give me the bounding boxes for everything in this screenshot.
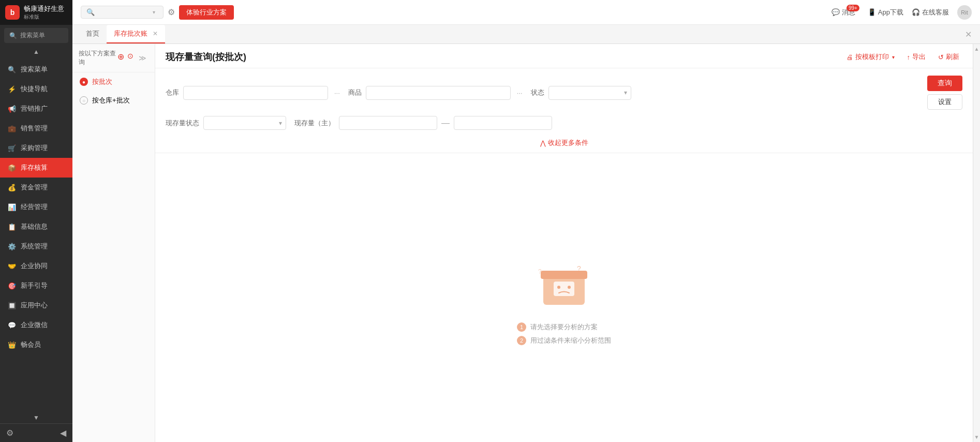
print-dropdown-arrow[interactable]: ▾ <box>892 54 895 60</box>
sidebar-search[interactable]: 🔍 搜索菜单 <box>4 28 68 43</box>
dropdown-arrow-icon: ▾ <box>153 9 155 15</box>
left-panel-actions: ⊕ ⊙ ≫ <box>117 52 149 64</box>
tabbar: 首页 库存批次账 ✕ ✕ <box>72 25 980 44</box>
corp-wechat-icon: 💬 <box>7 320 17 330</box>
sidebar-item-inventory[interactable]: 📦 库存核算 <box>0 158 72 178</box>
query-btn[interactable]: 查询 <box>927 76 962 91</box>
topbar-search-icon: 🔍 <box>86 8 95 16</box>
tab-inventory-batch[interactable]: 库存批次账 ✕ <box>107 25 165 43</box>
scroll-down-btn[interactable]: ▼ <box>0 412 72 423</box>
system-icon: ⚙️ <box>7 242 17 251</box>
basic-info-icon: 📋 <box>7 222 17 231</box>
operations-icon: 📊 <box>7 202 17 212</box>
sidebar-item-new-guide[interactable]: 🎯 新手引导 <box>0 276 72 296</box>
svg-text:?: ? <box>538 268 542 275</box>
sidebar-item-app-center[interactable]: 🔲 应用中心 <box>0 296 72 315</box>
close-page-btn[interactable]: ✕ <box>965 30 972 39</box>
sidebar-item-purchase[interactable]: 🛒 采购管理 <box>0 138 72 158</box>
scroll-up-arrow[interactable]: ▲ <box>972 44 980 54</box>
settings-gear-icon[interactable]: ⚙ <box>168 7 175 17</box>
filter-warehouse: 仓库 ··· <box>166 86 340 100</box>
stock-status-select-wrapper <box>203 116 286 130</box>
status-select[interactable] <box>548 86 631 100</box>
experience-industry-btn[interactable]: 体验行业方案 <box>179 5 234 20</box>
filter-stock-status: 现存量状态 <box>166 116 286 130</box>
product-input[interactable] <box>366 86 511 100</box>
quick-nav-icon: ⚡ <box>7 84 17 94</box>
stock-amount-min-input[interactable] <box>339 116 437 130</box>
messages-btn[interactable]: 💬 消息 99+ <box>831 8 855 17</box>
sidebar-item-search[interactable]: 🔍 搜索菜单 <box>0 60 72 79</box>
user-avatar-btn[interactable]: Rit <box>957 5 972 20</box>
sales-icon: 💼 <box>7 124 17 133</box>
app-download-btn[interactable]: 📱 App下载 <box>868 8 903 17</box>
topbar: 🔍 ▾ ⚙ 体验行业方案 💬 消息 99+ 📱 App下载 🎧 在线客服 <box>72 0 980 25</box>
filter-product: 商品 ··· <box>348 86 523 100</box>
settings-btn[interactable]: 设置 <box>927 94 962 110</box>
tab-home[interactable]: 首页 <box>79 25 107 43</box>
add-scheme-btn[interactable]: ⊕ <box>117 52 124 64</box>
topbar-search-box[interactable]: 🔍 ▾ <box>81 6 164 19</box>
page-header-actions: 🖨 按模板打印 ▾ ↑ 导出 ↺ 刷新 <box>843 50 963 64</box>
product-more-btn[interactable]: ··· <box>517 89 523 97</box>
collapse-left-panel-btn[interactable]: ≫ <box>137 52 149 64</box>
scheme-item-batch[interactable]: ● 按批次 <box>72 72 155 91</box>
filter-row-1: 仓库 ··· 商品 ··· 状态 <box>166 76 962 110</box>
sidebar-item-member[interactable]: 👑 畅会员 <box>0 335 72 355</box>
sidebar-item-sales[interactable]: 💼 销售管理 <box>0 119 72 138</box>
tab-close-btn[interactable]: ✕ <box>153 30 158 37</box>
refresh-btn[interactable]: ↺ 刷新 <box>935 50 962 64</box>
topbar-left: 🔍 ▾ ⚙ 体验行业方案 <box>81 5 826 20</box>
enterprise-icon: 🤝 <box>7 261 17 271</box>
user-avatar: Rit <box>957 5 972 20</box>
filter-row-2: 现存量状态 现存量（主） — <box>166 116 962 130</box>
main-area: 🔍 ▾ ⚙ 体验行业方案 💬 消息 99+ 📱 App下载 🎧 在线客服 <box>72 0 980 442</box>
warehouse-input[interactable] <box>183 86 328 100</box>
sidebar-item-marketing[interactable]: 📢 营销推广 <box>0 99 72 119</box>
app-brand: 畅康通好生意 标准版 <box>24 4 64 21</box>
stock-status-select[interactable] <box>203 116 286 130</box>
page-title: 现存量查询(按批次) <box>166 51 246 63</box>
message-icon: 💬 <box>831 8 840 16</box>
scheme-active-dot: ● <box>80 78 88 86</box>
svg-rect-2 <box>554 282 574 296</box>
sidebar-item-quick-nav[interactable]: ⚡ 快捷导航 <box>0 79 72 99</box>
filter-stock-amount: 现存量（主） — <box>294 116 552 130</box>
sidebar-item-operations[interactable]: 📊 经营管理 <box>0 197 72 217</box>
sidebar-nav: 🔍 搜索菜单 ⚡ 快捷导航 📢 营销推广 💼 销售管理 🛒 采购管理 📦 库存核… <box>0 57 72 412</box>
scroll-up-btn[interactable]: ▲ <box>0 46 72 57</box>
svg-point-4 <box>568 286 571 289</box>
scheme-item-warehouse-batch[interactable]: ○ 按仓库+批次 <box>72 91 155 110</box>
purchase-icon: 🛒 <box>7 143 17 153</box>
online-service-btn[interactable]: 🎧 在线客服 <box>912 8 949 17</box>
right-scrollbar[interactable]: ▲ ▼ <box>973 44 980 442</box>
scheme-settings-btn[interactable]: ⊙ <box>127 52 133 64</box>
topbar-search-input[interactable] <box>98 9 150 16</box>
warehouse-more-btn[interactable]: ··· <box>334 89 340 97</box>
empty-state: ? ? 1 请先选择要分析的方案 2 用过滤条件来缩小分析范围 <box>155 153 973 442</box>
collapse-more-btn[interactable]: ⋀ 收起更多条件 <box>166 136 962 150</box>
export-btn[interactable]: ↑ 导出 <box>904 50 929 64</box>
printer-icon: 🖨 <box>847 53 853 61</box>
stock-amount-max-input[interactable] <box>454 116 552 130</box>
inventory-icon: 📦 <box>7 163 17 172</box>
sidebar-item-corp-wechat[interactable]: 💬 企业微信 <box>0 315 72 335</box>
settings-footer-btn[interactable]: ⚙ <box>6 428 13 438</box>
sidebar-item-finance[interactable]: 💰 资金管理 <box>0 178 72 197</box>
empty-illustration: ? ? <box>533 248 595 310</box>
marketing-icon: 📢 <box>7 104 17 113</box>
status-select-wrapper <box>548 86 631 100</box>
filter-status: 状态 <box>531 86 631 100</box>
sidebar-item-enterprise[interactable]: 🤝 企业协同 <box>0 256 72 276</box>
print-template-btn[interactable]: 🖨 按模板打印 ▾ <box>843 50 898 64</box>
sidebar-item-system[interactable]: ⚙️ 系统管理 <box>0 237 72 256</box>
phone-icon: 📱 <box>868 8 876 16</box>
topbar-right: 💬 消息 99+ 📱 App下载 🎧 在线客服 Rit <box>831 5 972 20</box>
collapse-sidebar-btn[interactable]: ◀ <box>60 428 66 438</box>
app-center-icon: 🔲 <box>7 301 17 310</box>
scroll-down-arrow[interactable]: ▼ <box>972 432 980 442</box>
sidebar-item-basic-info[interactable]: 📋 基础信息 <box>0 217 72 237</box>
svg-point-3 <box>557 286 560 289</box>
app-logo: b <box>5 5 20 20</box>
sidebar: b 畅康通好生意 标准版 🔍 搜索菜单 ▲ 🔍 搜索菜单 ⚡ 快捷导航 📢 营销… <box>0 0 72 442</box>
